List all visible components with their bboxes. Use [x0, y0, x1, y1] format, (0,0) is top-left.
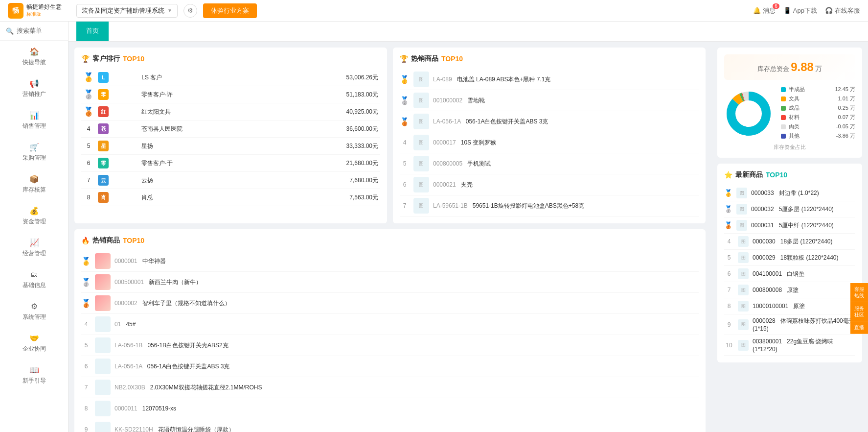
inventory-card: 库存总资金 9.88 万: [717, 48, 862, 158]
top-ranks-section: 🏆 客户排行 TOP10 🥇 L LS 客户 53,006.26元 🥈 零 零售…: [74, 48, 706, 223]
sidebar-item-6[interactable]: 📈经营管理: [0, 232, 68, 264]
sidebar-item-7[interactable]: 🗂基础信息: [0, 264, 68, 295]
tab-home[interactable]: 首页: [76, 22, 109, 41]
sidebar-search[interactable]: 🔍 搜索菜单: [0, 22, 68, 41]
legend-label: 材料: [789, 114, 835, 121]
product-name: 原塗: [787, 287, 799, 293]
list-item: 5 图 0000029 18颗粒板 (1220*2440): [724, 250, 855, 266]
content-area: 🏆 客户排行 TOP10 🥇 L LS 客户 53,006.26元 🥈 零 零售…: [69, 42, 868, 432]
product-name: 雪地靴: [467, 97, 485, 104]
gear-icon[interactable]: ⚙: [183, 4, 197, 18]
notification-button[interactable]: 🔔 消息 6: [753, 6, 776, 15]
system-selector[interactable]: 装备及固定资产辅助管理系统 ▼: [76, 4, 178, 18]
sidebar-item-2[interactable]: 📊销售管理: [0, 104, 68, 136]
list-item: 6 LA-056-1A 056-1A白色按键开关盖ABS 3克: [81, 356, 699, 377]
rank-medal: 🥈: [724, 205, 732, 213]
star-icon: ⭐: [724, 171, 732, 179]
list-item: 8 0000011 12070519-xs: [81, 398, 699, 419]
top-right: 🔔 消息 6 📱 App下载 🎧 在线客服: [753, 6, 860, 15]
product-info: NB2.0X30B 2.0X30MM双搓花轴搓花直径2.1MM/ROHS: [114, 384, 699, 392]
product-code: 0000028: [753, 317, 776, 324]
trial-button[interactable]: 体验行业方案: [203, 3, 257, 18]
product-info: 000500001 新西兰牛肉（新牛）: [114, 278, 699, 287]
product-info: LA-59651-1B 59651-1B旋转投影灯电池盒ABS黑色+58克: [433, 202, 699, 210]
online-service-button[interactable]: 🎧 在线客服: [825, 6, 860, 15]
product-code: 10000100001: [753, 303, 788, 310]
rank-num: 7: [81, 384, 91, 391]
rank-medal: 🥇: [81, 257, 91, 266]
product-info: LA-056-1A 056-1A白色按键开关盖ABS 3克: [433, 118, 699, 126]
sidebar-icon-0: 🏠: [29, 47, 39, 56]
customer-badge: 肖: [98, 192, 109, 203]
product-name: 056-1A白色按键开关盖ABS 3克: [466, 118, 548, 125]
list-item: 7 图 000800008 原塗: [724, 282, 855, 298]
product-info: LA-089 电池盖 LA-089 ABS本色+黑种 7.1克: [433, 75, 699, 84]
main-content: 首页 🏆 客户排行 TOP10 🥇: [69, 22, 868, 432]
list-item: 6 图 004100001 白钢垫: [724, 266, 855, 282]
fire-icon: 🔥: [81, 237, 90, 244]
product-name: 白钢垫: [787, 270, 804, 277]
legend-dot: [781, 115, 786, 120]
list-item: 🥇 0000001 中华神器: [81, 251, 699, 272]
badge-cell: 肖: [96, 189, 139, 206]
app-download-button[interactable]: 📱 App下载: [783, 6, 817, 15]
table-row: 7 云 云扬 7,680.00元: [81, 172, 380, 189]
product-thumb: 图: [736, 204, 747, 215]
list-item: 🥇 图 LA-089 电池盖 LA-089 ABS本色+黑种 7.1克: [400, 69, 699, 90]
sidebar-item-9[interactable]: 🤝企业协同: [0, 327, 68, 359]
sidebar-icon-5: 💰: [29, 206, 39, 216]
product-thumb: 图: [738, 319, 749, 330]
float-btn-service[interactable]: 客服热线: [850, 283, 868, 302]
rank-num: 5: [400, 160, 410, 167]
inventory-unit: 万: [815, 65, 822, 72]
product-code: 0000032: [751, 206, 774, 213]
sidebar-item-4[interactable]: 📦库存核算: [0, 168, 68, 200]
customer-badge: 云: [98, 175, 109, 186]
product-info: 000800008 原塗: [753, 286, 855, 294]
list-item: 🥈 图 001000002 雪地靴: [400, 90, 699, 111]
float-btn-live[interactable]: 直播: [850, 321, 868, 334]
legend-item: 肉类 -0.05 万: [781, 123, 855, 130]
sidebar-label-9: 企业协同: [23, 345, 46, 353]
product-info: 0000011 12070519-xs: [114, 405, 699, 412]
sidebar-item-10[interactable]: 📖新手引导: [0, 359, 68, 391]
product-code: 0000002: [114, 300, 137, 307]
logo-area: 畅 畅捷通好生意 标准版: [8, 3, 76, 19]
table-row: 8 肖 肖总 7,563.00元: [81, 189, 380, 206]
product-thumb: [95, 401, 111, 416]
rank-num: 8: [724, 303, 734, 310]
product-name: 原塗: [793, 303, 805, 310]
badge-cell: 零: [96, 86, 139, 103]
product-name: 智利车子里（规格不知道填什么）: [142, 300, 230, 307]
sidebar-item-3[interactable]: 🛒采购管理: [0, 136, 68, 168]
product-thumb: [95, 295, 111, 311]
customer-amount-cell: 21,680.00元: [274, 155, 380, 172]
trophy-icon-2: 🏆: [400, 55, 408, 63]
product-thumb: 图: [413, 135, 429, 150]
sidebar-item-5[interactable]: 💰资金管理: [0, 200, 68, 232]
hot-products-card: 🔥 热销商品 TOP10 🥇 0000001 中华神器 🥈 000500001 …: [74, 229, 706, 432]
customer-badge: 苍: [98, 123, 109, 134]
product-thumb: [95, 316, 111, 332]
sidebar-item-8[interactable]: ⚙系统管理: [0, 295, 68, 327]
rank-medal: 🥉: [724, 221, 732, 229]
product-code: 0000031: [751, 222, 774, 229]
sidebar-item-1[interactable]: 📢营销推广: [0, 72, 68, 104]
sidebar-item-0[interactable]: 🏠快捷导航: [0, 41, 68, 72]
product-code: 0000017: [433, 139, 456, 146]
customer-rank-list: 🥇 L LS 客户 53,006.26元 🥈 零 零售客户·许 51,183.0…: [81, 69, 380, 206]
left-panel: 🏆 客户排行 TOP10 🥇 L LS 客户 53,006.26元 🥈 零 零售…: [69, 42, 711, 432]
rank-medal: 🥉: [400, 117, 410, 126]
float-btn-community[interactable]: 服务社区: [850, 302, 868, 321]
legend-item: 成品 0.25 万: [781, 104, 855, 112]
legend-item: 半成品 12.45 万: [781, 86, 855, 93]
sidebar-icon-7: 🗂: [29, 269, 39, 279]
product-info: 0000032 5厘多层 (1220*2440): [751, 205, 855, 214]
sidebar-label-6: 经营管理: [23, 249, 46, 258]
legend-label: 肉类: [789, 123, 833, 130]
customer-name-cell: 苍南县人民医院: [139, 120, 274, 138]
table-row: 🥈 零 零售客户·许 51,183.00元: [81, 86, 380, 103]
logo-tag: 标准版: [26, 11, 62, 18]
new-products-list: 🥇 图 0000033 封边带 (1.0*22) 🥈 图 0000032 5厘多…: [724, 185, 855, 356]
sidebar-label-0: 快捷导航: [23, 58, 46, 67]
